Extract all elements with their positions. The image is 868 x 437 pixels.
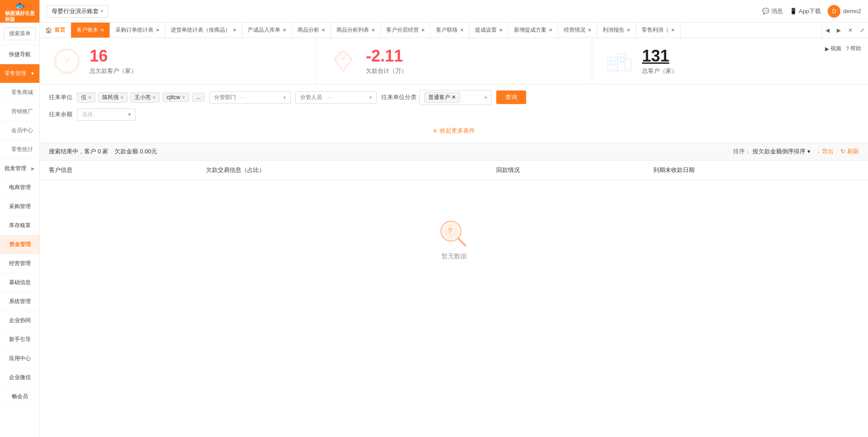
- sidebar-item-ecommerce[interactable]: 电商管理: [0, 178, 39, 197]
- tab-retail-profit[interactable]: 零售利润（ ✕: [636, 23, 681, 38]
- stats-row: ¥ 16 总欠款客户（家）: [40, 38, 868, 85]
- result-bar: 搜索结果中，客户 0 家 欠款金额 0.00元 排序： 按欠款金额倒序排序 ▾: [40, 143, 868, 161]
- tab-product-analysis[interactable]: 商品分析 ✕: [292, 23, 331, 38]
- tab-customer-seg[interactable]: 客户分层经营 ✕: [381, 23, 431, 38]
- sidebar-item-retail-mall[interactable]: 零售商城: [0, 83, 39, 102]
- tab-accounts[interactable]: 客户账本 ✕: [71, 23, 110, 38]
- filter-tag-wu[interactable]: 伍 ✕: [77, 92, 96, 103]
- sidebar-item-corp-collab[interactable]: 企业协同: [0, 311, 39, 330]
- tag-close-icon[interactable]: ✕: [182, 95, 185, 100]
- tag-close-icon[interactable]: ✕: [451, 94, 456, 100]
- tab-label: 客户账本: [77, 26, 98, 34]
- sidebar-item-member-center[interactable]: 会员中心: [0, 121, 39, 140]
- sidebar-item-basic-info[interactable]: 基础信息: [0, 273, 39, 292]
- close-icon[interactable]: ✕: [421, 28, 425, 33]
- sidebar-item-inventory[interactable]: 库存核算: [0, 216, 39, 235]
- sidebar-item-label: 应用中心: [9, 355, 31, 362]
- tab-product-analysis-list[interactable]: 商品分析列表 ✕: [331, 23, 381, 38]
- app-download-button[interactable]: 📱 App下载: [790, 7, 821, 15]
- svg-rect-11: [619, 60, 621, 62]
- sidebar-item-app-center[interactable]: 应用中心: [0, 349, 39, 368]
- tab-label: 零售利润（: [642, 26, 669, 34]
- sort-select[interactable]: 按欠款金额倒序排序 ▾: [753, 148, 810, 155]
- tab-label: 商品分析: [297, 26, 319, 34]
- refresh-button[interactable]: ↻ 刷新: [840, 147, 859, 156]
- tab-promo-settings[interactable]: 提成设置 ✕: [470, 23, 508, 38]
- account-selector[interactable]: 母婴行业演示账套 ▾: [47, 5, 108, 18]
- table-header: 客户信息 欠款交易信息（占比） 回款情况 到期未收款日期: [40, 161, 868, 180]
- person-select[interactable]: 分管人员 ··· ▾: [295, 91, 377, 104]
- close-icon[interactable]: ✕: [233, 28, 236, 33]
- svg-rect-9: [619, 57, 621, 59]
- stat-card-total-customers: 131 总客户（家） ▶ 视频 ? 帮助: [592, 38, 868, 84]
- video-link[interactable]: ▶ 视频: [825, 45, 841, 52]
- tab-customer-contact[interactable]: 客户联络 ✕: [431, 23, 470, 38]
- close-icon[interactable]: ✕: [371, 28, 375, 33]
- close-icon[interactable]: ✕: [101, 28, 104, 33]
- tab-operations[interactable]: 经营情况 ✕: [558, 23, 597, 38]
- chevron-down-icon: ▾: [101, 9, 103, 14]
- sidebar-item-sys-mgmt[interactable]: 系统管理: [0, 292, 39, 311]
- tab-home[interactable]: 🏠 首页: [40, 23, 71, 38]
- close-icon[interactable]: ✕: [671, 28, 675, 33]
- filter-tag-chen[interactable]: 陈民强 ✕: [98, 92, 128, 103]
- close-icon[interactable]: ✕: [460, 28, 464, 33]
- tab-purchase-orders[interactable]: 采购订单统计表 ✕: [110, 23, 165, 38]
- help-link[interactable]: ? 帮助: [846, 45, 861, 52]
- sidebar-item-quick-nav[interactable]: 快捷导航: [0, 45, 39, 64]
- close-icon[interactable]: ✕: [549, 28, 552, 33]
- export-button[interactable]: ↓ 导出: [817, 147, 834, 156]
- tag-close-icon[interactable]: ✕: [120, 95, 124, 100]
- dept-select[interactable]: 分管部门 ··· ▾: [209, 91, 291, 104]
- svg-text:¥: ¥: [64, 55, 70, 66]
- svg-rect-6: [614, 59, 615, 62]
- tab-inbound-stats[interactable]: 进货单统计表（按商品） ✕: [165, 23, 242, 38]
- sidebar-item-label: 资金管理: [9, 241, 31, 248]
- sidebar-item-wholesale-mgmt[interactable]: 批发管理 ▶: [0, 159, 39, 178]
- sidebar-item-finance[interactable]: 资金管理: [0, 235, 39, 254]
- refresh-icon: ↻: [840, 148, 845, 155]
- close-icon[interactable]: ✕: [499, 28, 503, 33]
- tag-close-icon[interactable]: ✕: [88, 95, 91, 100]
- close-icon[interactable]: ✕: [156, 28, 159, 33]
- close-icon[interactable]: ✕: [321, 28, 325, 33]
- sidebar-item-purchase-mgmt[interactable]: 采购管理: [0, 197, 39, 216]
- collapse-label: 收起更多条件: [440, 127, 475, 135]
- sidebar: 🐟 畅捷通好生意标版 搜索菜单 快捷导航 零售管理 ▼ 零售商城 营销推广 会员…: [0, 0, 40, 437]
- tab-prev-button[interactable]: ◀: [822, 24, 833, 37]
- sidebar-item-retail-mgmt[interactable]: 零售管理 ▼: [0, 64, 39, 83]
- balance-select[interactable]: 选择... ▾: [77, 109, 136, 121]
- search-menu-button[interactable]: 搜索菜单: [4, 27, 36, 40]
- sidebar-item-corp-wechat[interactable]: 企业微信: [0, 368, 39, 387]
- user-menu[interactable]: D demo2: [828, 5, 861, 18]
- close-icon[interactable]: ✕: [283, 28, 286, 33]
- filter-more-tags[interactable]: ...: [192, 93, 205, 102]
- sidebar-item-vip-member[interactable]: 畅会员: [0, 387, 39, 406]
- sort-label: 排序： 按欠款金额倒序排序 ▾: [733, 147, 810, 156]
- tab-close-all-button[interactable]: ✕: [844, 24, 856, 37]
- classify-select[interactable]: 普通客户 ✕ ▾: [419, 90, 492, 105]
- tab-profit-report[interactable]: 利润报告 ✕: [597, 23, 636, 38]
- sidebar-item-new-guide[interactable]: 新手引导: [0, 330, 39, 349]
- svg-rect-10: [623, 57, 624, 59]
- filter-tag-cjttcw[interactable]: cjttcw ✕: [163, 93, 189, 102]
- tag-close-icon[interactable]: ✕: [152, 95, 156, 100]
- tab-expand-button[interactable]: ⤢: [856, 24, 868, 37]
- message-icon: 💬: [762, 8, 769, 14]
- tab-new-promo[interactable]: 新增提成方案 ✕: [508, 23, 558, 38]
- filter-tag-wang[interactable]: 王小亮 ✕: [130, 92, 160, 103]
- close-icon[interactable]: ✕: [588, 28, 591, 33]
- tab-product-inbound[interactable]: 产成品入库单 ✕: [242, 23, 292, 38]
- tab-next-button[interactable]: ▶: [833, 24, 844, 37]
- tab-label: 提成设置: [475, 26, 497, 34]
- sidebar-item-operations-mgmt[interactable]: 经营管理: [0, 254, 39, 273]
- sidebar-item-marketing[interactable]: 营销推广: [0, 102, 39, 121]
- data-table: 客户信息 欠款交易信息（占比） 回款情况 到期未收款日期: [40, 161, 868, 180]
- collapse-button[interactable]: ∧ 收起更多条件: [433, 124, 475, 137]
- stat-card-debt-total: -2.11 欠款合计（万）: [316, 38, 592, 84]
- sidebar-item-retail-stats[interactable]: 零售统计: [0, 140, 39, 159]
- result-info: 搜索结果中，客户 0 家 欠款金额 0.00元: [49, 147, 157, 156]
- close-icon[interactable]: ✕: [627, 28, 630, 33]
- message-button[interactable]: 💬 消息: [762, 7, 783, 15]
- query-button[interactable]: 查询: [496, 90, 526, 104]
